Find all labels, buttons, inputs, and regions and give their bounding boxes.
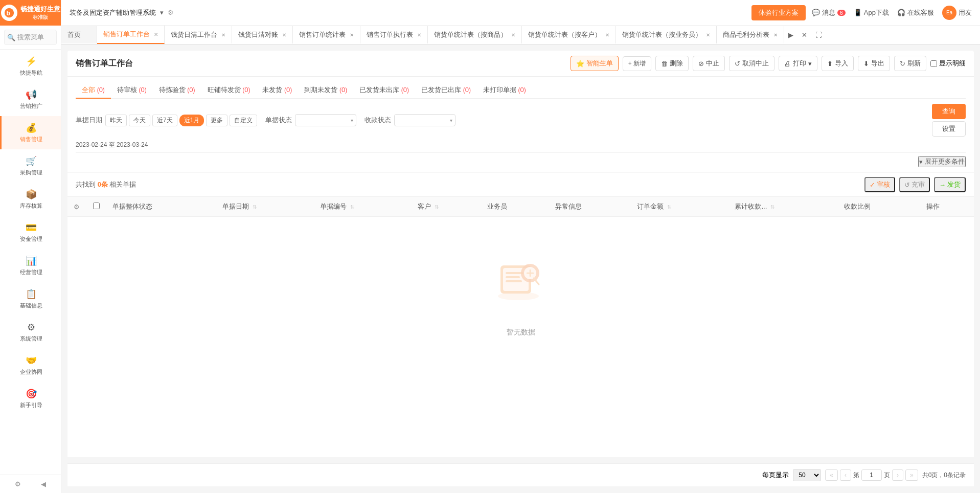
stop-btn[interactable]: ⊘ 中止 [693, 56, 725, 71]
tab-order-exec[interactable]: 销售订单执行表 ✕ [360, 26, 428, 43]
page-size-select[interactable]: 10 20 50 100 [793, 469, 821, 481]
search-menu-btn[interactable]: 🔍 搜索菜单 [4, 30, 57, 45]
app-download-btn[interactable]: 📱 App下载 [854, 8, 889, 17]
refresh-btn[interactable]: ↻ 刷新 [894, 56, 926, 71]
next-page-btn[interactable]: › [892, 469, 903, 481]
query-btn[interactable]: 查询 [932, 104, 966, 119]
date-btn-7days[interactable]: 近7天 [152, 115, 177, 126]
tab-cash-reconcile[interactable]: 钱货日清对账 ✕ [232, 26, 293, 43]
date-btn-1month[interactable]: 近1月 [179, 115, 204, 126]
payment-select[interactable] [394, 114, 455, 126]
sidebar-item-finance[interactable]: 💳 资金管理 [0, 216, 61, 249]
select-all-checkbox[interactable] [93, 203, 100, 209]
cancel-audit-btn[interactable]: ↺ 充审 [899, 177, 930, 192]
date-btn-today[interactable]: 今天 [129, 115, 150, 126]
sidebar-search[interactable]: 🔍 搜索菜单 [0, 26, 61, 50]
tab-home[interactable]: 首页 [61, 26, 97, 43]
filter-tab-wangpu[interactable]: 旺铺待发货 (0) [201, 82, 257, 99]
sidebar-item-marketing[interactable]: 📢 营销推广 [0, 83, 61, 116]
table-wrapper: ⚙ 单据整体状态 单据日期 ⇅ [67, 197, 974, 457]
filter-tab-pending-inspect[interactable]: 待拣验货 (0) [153, 82, 201, 99]
close-tab-margin-analysis[interactable]: ✕ [773, 32, 778, 38]
show-detail-checkbox[interactable]: 显示明细 [930, 59, 966, 68]
close-tab-cash-daily[interactable]: ✕ [221, 32, 225, 38]
tab-close-all-btn[interactable]: ✕ [797, 27, 811, 43]
expand-conditions-btn[interactable]: ▾ 展开更多条件 [918, 156, 966, 167]
filter-tab-overdue[interactable]: 到期未发货 (0) [298, 82, 353, 99]
filter-tab-pending-review[interactable]: 待审核 (0) [111, 82, 153, 99]
close-tab-cash-reconcile[interactable]: ✕ [282, 32, 286, 38]
add-btn[interactable]: + 新增 [623, 56, 651, 71]
col-ratio: 收款比例 [838, 197, 920, 217]
delete-btn[interactable]: 🗑 删除 [655, 56, 689, 71]
close-tab-sales-stats-staff[interactable]: ✕ [706, 32, 710, 38]
close-tab-order-stats[interactable]: ✕ [350, 32, 354, 38]
page-number-input[interactable] [861, 469, 882, 481]
sidebar-item-guide[interactable]: 🎯 新手引导 [0, 382, 61, 415]
close-tab-sales-stats-customer[interactable]: ✕ [605, 32, 609, 38]
filter-tab-shipped-not-out[interactable]: 已发货未出库 (0) [353, 82, 415, 99]
filter-tab-all[interactable]: 全部 (0) [76, 82, 111, 99]
tab-expand-btn[interactable]: ⛶ [811, 27, 826, 43]
page-nav: « ‹ 第 页 › » [825, 469, 918, 481]
import-btn[interactable]: ⬆ 导入 [822, 56, 854, 71]
system-dropdown[interactable]: ▾ [160, 9, 164, 16]
export-btn[interactable]: ⬇ 导出 [858, 56, 890, 71]
tab-order-stats[interactable]: 销售订单统计表 ✕ [293, 26, 360, 43]
last-page-btn[interactable]: » [905, 469, 918, 481]
set-btn[interactable]: 设置 [932, 121, 966, 137]
first-page-btn[interactable]: « [825, 469, 838, 481]
date-btn-yesterday[interactable]: 昨天 [105, 115, 127, 126]
close-tab-sales-stats-product[interactable]: ✕ [511, 32, 515, 38]
tab-more-btn[interactable]: ▶ [784, 27, 797, 43]
sort-amount-icon[interactable]: ⇅ [667, 204, 671, 210]
tab-sales-stats-customer[interactable]: 销货单统计表（按客户） ✕ [522, 26, 616, 43]
send-btn[interactable]: → 发货 [934, 177, 966, 192]
sidebar-item-base-info[interactable]: 📋 基础信息 [0, 282, 61, 316]
filter-tab-not-printed[interactable]: 未打印单据 (0) [477, 82, 532, 99]
tab-sales-stats-product[interactable]: 销货单统计表（按商品） ✕ [428, 26, 522, 43]
logo-text: 畅捷通好生意 标准版 [20, 5, 60, 20]
sort-date-icon[interactable]: ⇅ [253, 204, 257, 210]
sales-icon: 💰 [26, 122, 37, 133]
date-btn-more[interactable]: 更多 [206, 115, 227, 126]
cancel-stop-btn[interactable]: ↺ 取消中止 [729, 56, 774, 71]
message-badge: 6 [837, 10, 846, 16]
sidebar-item-inventory[interactable]: 📦 库存核算 [0, 183, 61, 216]
mobile-icon: 📱 [854, 9, 862, 16]
settings-icon[interactable]: ⚙ [168, 9, 174, 16]
filter-tab-not-shipped[interactable]: 未发货 (0) [256, 82, 298, 99]
audit-btn[interactable]: ✓ 审核 [864, 177, 895, 192]
date-btn-custom[interactable]: 自定义 [230, 115, 257, 126]
empty-state-row: 暂无数据 [67, 217, 974, 368]
sidebar-item-purchase[interactable]: 🛒 采购管理 [0, 149, 61, 183]
sort-number-icon[interactable]: ⇅ [350, 204, 354, 210]
sidebar-item-enterprise[interactable]: 🤝 企业协同 [0, 349, 61, 382]
show-detail-input[interactable] [930, 60, 937, 67]
online-service-btn[interactable]: 🎧 在线客服 [897, 8, 934, 17]
sidebar-item-operations[interactable]: 📊 经营管理 [0, 249, 61, 282]
print-btn[interactable]: 🖨 打印 ▾ [779, 56, 817, 71]
status-select[interactable] [295, 114, 356, 126]
col-settings[interactable]: ⚙ [67, 197, 86, 217]
tab-margin-analysis[interactable]: 商品毛利分析表 ✕ [717, 26, 784, 43]
close-tab-order-workbench[interactable]: ✕ [154, 32, 158, 37]
prev-page-btn[interactable]: ‹ [840, 469, 851, 481]
smart-create-btn[interactable]: ⭐ 智能生单 [571, 56, 619, 71]
sidebar-item-system[interactable]: ⚙ 系统管理 [0, 316, 61, 349]
filter-tab-shipped-out[interactable]: 已发货已出库 (0) [415, 82, 477, 99]
tab-sales-stats-staff[interactable]: 销货单统计表（按业务员） ✕ [616, 26, 717, 43]
sort-customer-icon[interactable]: ⇅ [435, 204, 439, 210]
close-tab-order-exec[interactable]: ✕ [417, 32, 421, 38]
tab-cash-daily[interactable]: 钱货日清工作台 ✕ [165, 26, 232, 43]
table-scroll-bar[interactable] [67, 457, 974, 463]
tab-order-workbench[interactable]: 销售订单工作台 ✕ [97, 26, 165, 44]
sidebar-item-quick-nav[interactable]: ⚡ 快捷导航 [0, 50, 61, 83]
sidebar-item-sales[interactable]: 💰 销售管理 [0, 116, 61, 149]
collapse-icon[interactable]: ◀ [41, 480, 46, 488]
message-btn[interactable]: 💬 消息 6 [812, 8, 846, 17]
sort-collected-icon[interactable]: ⇅ [770, 204, 774, 210]
user-avatar[interactable]: Ea 用友 [942, 6, 972, 20]
settings-gear-icon[interactable]: ⚙ [15, 480, 21, 488]
solution-btn[interactable]: 体验行业方案 [751, 5, 806, 20]
